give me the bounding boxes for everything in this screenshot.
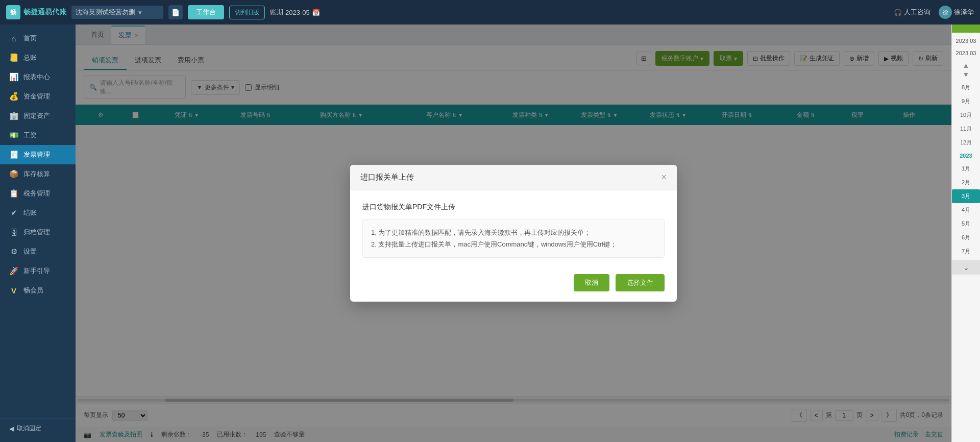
chevron-down-icon: ▾ bbox=[138, 9, 142, 16]
sidebar-item-inventory[interactable]: 📦 库存核算 bbox=[0, 164, 76, 184]
period-item-2023-03-a[interactable]: 2023.03 bbox=[952, 35, 980, 47]
cancel-pin-button[interactable]: ◀ 取消固定 bbox=[0, 419, 76, 438]
sidebar-item-guide[interactable]: 🚀 新手引导 bbox=[0, 261, 76, 281]
modal-header: 进口报关单上传 × bbox=[350, 165, 677, 190]
import-customs-modal: 进口报关单上传 × 进口货物报关单PDF文件上传 1. 为了更加精准的数据匹配，… bbox=[350, 165, 677, 302]
period-label: 账期 bbox=[270, 8, 283, 17]
sidebar-label-reports: 报表中心 bbox=[23, 72, 50, 82]
right-panel: 期间选择 2023.03 2023.03 ▲ ▼ 8月 9月 bbox=[951, 24, 980, 442]
period-item-2023-03-b[interactable]: 2023.03 bbox=[952, 47, 980, 59]
period-item-7[interactable]: 7月 bbox=[952, 244, 980, 258]
doc-icon[interactable]: 📄 bbox=[168, 5, 183, 19]
period-item-12[interactable]: 12月 bbox=[952, 136, 980, 150]
period-item-6[interactable]: 6月 bbox=[952, 231, 980, 244]
period-arrows: ▲ ▼ bbox=[961, 59, 972, 81]
invoice-icon: 🧾 bbox=[9, 150, 18, 159]
pin-icon: ◀ bbox=[9, 425, 14, 432]
period-item-4[interactable]: 4月 bbox=[952, 203, 980, 217]
sidebar-item-member[interactable]: V 畅会员 bbox=[0, 281, 76, 300]
sidebar-label-settle: 结账 bbox=[23, 208, 37, 217]
headphone-icon: 🎧 bbox=[894, 9, 902, 16]
period-header[interactable]: 期间选择 bbox=[952, 24, 980, 33]
sidebar-label-inventory: 库存核算 bbox=[23, 169, 50, 179]
period-display: 账期 2023-05 📅 bbox=[270, 8, 320, 17]
modal-close-button[interactable]: × bbox=[661, 172, 667, 183]
salary-icon: 💵 bbox=[9, 131, 18, 140]
period-item-2[interactable]: 2月 bbox=[952, 176, 980, 189]
avatar: 徐 bbox=[939, 6, 952, 19]
modal-info-item-2: 2. 支持批量上传进口报关单，mac用户使用Command键，windows用户… bbox=[371, 238, 656, 250]
company-name: 沈海英测试经营勿删 bbox=[76, 8, 135, 17]
member-icon: V bbox=[9, 286, 18, 295]
scroll-down-button[interactable]: ▼ bbox=[963, 70, 970, 79]
settle-icon: ✔ bbox=[9, 208, 18, 217]
period-item-5[interactable]: 5月 bbox=[952, 217, 980, 231]
modal-info-box: 1. 为了更加精准的数据匹配，请先录入海关缴款书，再上传对应的报关单； 2. 支… bbox=[362, 219, 665, 258]
app-logo: 畅 畅捷通易代账 bbox=[6, 5, 66, 19]
modal-info-item-1: 1. 为了更加精准的数据匹配，请先录入海关缴款书，再上传对应的报关单； bbox=[371, 227, 656, 238]
period-item-11[interactable]: 11月 bbox=[952, 122, 980, 136]
period-item-3[interactable]: 3月 bbox=[952, 189, 980, 203]
period-item-10[interactable]: 10月 bbox=[952, 108, 980, 122]
home-icon: ⌂ bbox=[9, 34, 18, 43]
switch-old-button[interactable]: 切到旧版 bbox=[229, 6, 265, 19]
period-item-year-2023[interactable]: 2023 bbox=[952, 150, 980, 162]
sidebar-label-archive: 归档管理 bbox=[23, 228, 50, 237]
sidebar-item-settle[interactable]: ✔ 结账 bbox=[0, 203, 76, 223]
collapse-icon: ⌄ bbox=[963, 263, 969, 272]
period-selector: 2023.03 2023.03 ▲ ▼ 8月 9月 10月 bbox=[952, 33, 980, 260]
modal-cancel-button[interactable]: 取消 bbox=[574, 274, 609, 291]
sidebar-label-guide: 新手引导 bbox=[23, 266, 50, 276]
tax-icon: 📋 bbox=[9, 189, 18, 198]
sidebar-label-invoice: 发票管理 bbox=[23, 150, 50, 159]
support-button[interactable]: 🎧 人工咨询 bbox=[894, 8, 930, 17]
guide-icon: 🚀 bbox=[9, 266, 18, 276]
sidebar-label-funds: 资金管理 bbox=[23, 92, 50, 101]
sidebar-item-settings[interactable]: ⚙ 设置 bbox=[0, 242, 76, 261]
modal-footer: 取消 选择文件 bbox=[350, 266, 677, 302]
period-value: 2023-05 bbox=[285, 9, 310, 16]
ledger-icon: 📒 bbox=[9, 53, 18, 62]
modal-section-title: 进口货物报关单PDF文件上传 bbox=[362, 203, 665, 212]
logo-icon: 畅 bbox=[6, 5, 20, 19]
scroll-up-button[interactable]: ▲ bbox=[963, 61, 970, 69]
sidebar-label-ledger: 总账 bbox=[23, 53, 37, 62]
modal-overlay: 进口报关单上传 × 进口货物报关单PDF文件上传 1. 为了更加精准的数据匹配，… bbox=[76, 24, 951, 442]
settings-icon: ⚙ bbox=[9, 247, 18, 256]
archive-icon: 🗄 bbox=[9, 228, 18, 237]
sidebar-item-archive[interactable]: 🗄 归档管理 bbox=[0, 223, 76, 242]
inventory-icon: 📦 bbox=[9, 169, 18, 179]
company-selector[interactable]: 沈海英测试经营勿删 ▾ bbox=[71, 6, 163, 19]
collapse-panel-button[interactable]: ⌄ bbox=[952, 260, 980, 275]
workspace-button[interactable]: 工作台 bbox=[188, 5, 224, 19]
user-name: 徐泽华 bbox=[954, 8, 974, 17]
period-item-9[interactable]: 9月 bbox=[952, 94, 980, 108]
funds-icon: 💰 bbox=[9, 92, 18, 101]
sidebar-item-invoice[interactable]: 🧾 发票管理 bbox=[0, 145, 76, 164]
sidebar-label-settings: 设置 bbox=[23, 247, 37, 256]
modal-body: 进口货物报关单PDF文件上传 1. 为了更加精准的数据匹配，请先录入海关缴款书，… bbox=[350, 190, 677, 266]
sidebar-item-salary[interactable]: 💵 工资 bbox=[0, 126, 76, 145]
sidebar-label-tax: 税务管理 bbox=[23, 189, 50, 198]
modal-title: 进口报关单上传 bbox=[360, 173, 414, 182]
reports-icon: 📊 bbox=[9, 72, 18, 82]
sidebar-label-salary: 工资 bbox=[23, 131, 37, 140]
assets-icon: 🏢 bbox=[9, 111, 18, 120]
app-name: 畅捷通易代账 bbox=[23, 8, 66, 17]
sidebar-label-assets: 固定资产 bbox=[23, 111, 50, 120]
period-item-1[interactable]: 1月 bbox=[952, 162, 980, 176]
user-info[interactable]: 徐 徐泽华 bbox=[939, 6, 974, 19]
sidebar-item-funds[interactable]: 💰 资金管理 bbox=[0, 87, 76, 106]
sidebar-item-assets[interactable]: 🏢 固定资产 bbox=[0, 106, 76, 126]
sidebar: ⌂ 首页 📒 总账 📊 报表中心 💰 资金管理 🏢 固定资产 💵 工资 bbox=[0, 24, 76, 442]
sidebar-label-member: 畅会员 bbox=[23, 286, 43, 295]
calendar-icon[interactable]: 📅 bbox=[312, 9, 320, 16]
sidebar-item-home[interactable]: ⌂ 首页 bbox=[0, 29, 76, 48]
sidebar-item-reports[interactable]: 📊 报表中心 bbox=[0, 67, 76, 87]
modal-select-file-button[interactable]: 选择文件 bbox=[616, 274, 665, 291]
sidebar-item-tax[interactable]: 📋 税务管理 bbox=[0, 184, 76, 203]
sidebar-label-home: 首页 bbox=[23, 34, 37, 43]
sidebar-item-ledger[interactable]: 📒 总账 bbox=[0, 48, 76, 67]
content-area: 首页 发票 × 销项发票 进项发票 费用小票 bbox=[76, 24, 951, 442]
period-item-8[interactable]: 8月 bbox=[952, 81, 980, 94]
